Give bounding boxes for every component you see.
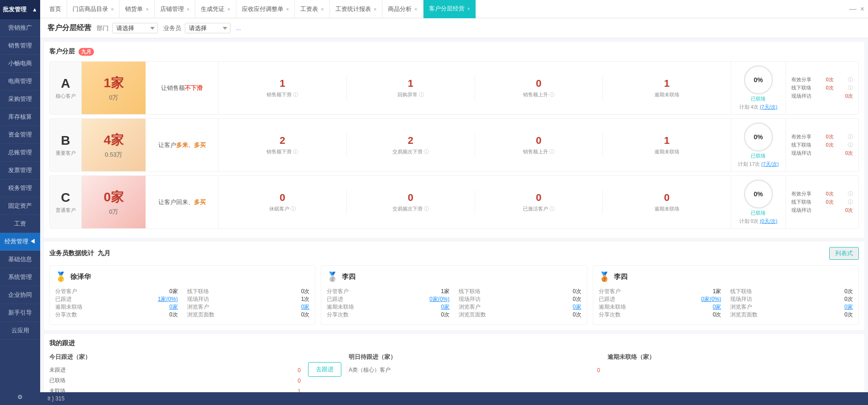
tier-a-stat-3[interactable]: 0 销售额上升 ⓘ [475,76,603,100]
tier-b-stat-4[interactable]: 1 逾期未联络 [603,133,731,157]
staff-card-1: 🥇 徐泽华 分管客户0家 已跟进1家(0%) 逾期未联络0家 分享次数0次 线下… [49,265,315,325]
list-view-button[interactable]: 列表式 [829,247,859,260]
bottom-bar: It } 315 [40,392,868,405]
tab-minimize-icon[interactable]: — [849,5,857,13]
tab-product-analysis[interactable]: 商品分析× [382,0,423,18]
tab-actions: — × [849,5,864,13]
followup-goto-btn-col: 去跟进 [308,353,341,377]
staff-3-name: 李四 [614,273,627,281]
tab-customer-tier[interactable]: 客户分层经营× [424,0,476,18]
sidebar-item-marketing[interactable]: 营销推广 [0,19,40,37]
sidebar-item-assets[interactable]: 固定资产 [0,197,40,215]
sidebar-item-cloud[interactable]: 云应用 [0,322,40,340]
tier-a-stat-4[interactable]: 1 逾期未联络 [603,76,731,100]
sidebar-item-inventory[interactable]: 库存核算 [0,108,40,126]
tier-a-stat-1[interactable]: 1 销售额下滑 ⓘ [219,76,347,100]
tier-c-stat-3[interactable]: 0 已激活客户 ⓘ [475,190,603,214]
sidebar-item-ecommerce-small[interactable]: 小畅电商 [0,55,40,73]
tab-close-voucher[interactable]: × [227,6,230,12]
tab-close-payroll-report[interactable]: × [374,6,376,12]
tab-voucher[interactable]: 生成凭证× [195,0,236,18]
page-title: 客户分层经营 [47,23,91,33]
tier-c-stat-4[interactable]: 0 逾期未联络 [603,190,731,214]
tier-a-stat-2[interactable]: 1 回购异常 ⓘ [347,76,475,100]
tier-b-stat-3[interactable]: 0 销售额上升 ⓘ [475,133,603,157]
staff-filter: 业务员 请选择 [163,23,230,33]
sidebar-title: 批发管理 [3,5,26,14]
sidebar-item-finance[interactable]: 资金管理 [0,126,40,144]
tier-c-stat-1[interactable]: 0 休眠客户 ⓘ [219,190,347,214]
sidebar-item-purchase[interactable]: 采购管理 [0,90,40,108]
sidebar-item-sales[interactable]: 销售管理 [0,37,40,55]
tier-c-label: C 普通客户 [50,176,82,228]
biz-month-badge: 九月 [98,249,110,258]
tab-close-sales-order[interactable]: × [146,6,148,12]
tab-store-mgmt[interactable]: 店铺管理× [155,0,195,18]
sidebar-collapse-icon[interactable]: ▲ [32,6,37,13]
staff-2-right-stats: 线下联络0次 现场拜访0次 浏览客户0家 浏览页面数0次 [459,288,581,319]
customer-tier-title: 客户分层 九月 [49,47,859,56]
tab-sales-order[interactable]: 销货单× [120,0,154,18]
tier-a-stats: 1 销售额下滑 ⓘ 1 回购异常 ⓘ 0 销售额上升 ⓘ 1 逾期未联络 [219,62,731,114]
tier-b-stats: 2 销售额下滑 ⓘ 2 交易频次下滑 ⓘ 0 销售额上升 ⓘ 1 逾期未联络 [219,119,731,171]
tab-ar-ap[interactable]: 应收应付调整单× [236,0,295,18]
staff-1-medal: 🥇 [55,271,67,282]
sidebar-header: 批发管理 ▲ [0,0,40,19]
tab-close-payroll-table[interactable]: × [321,6,324,12]
sidebar-item-basic-info[interactable]: 基础信息 [0,251,40,268]
tier-a-right-stats: 有效分享 0次 ⓘ 线下联络 0次 ⓘ 现场拜访 0次 [785,62,858,114]
tier-c-circle: 0% 已联络 计划 0次 (0天/次) [731,176,785,228]
sidebar-item-ledger[interactable]: 总账管理 [0,144,40,162]
dept-label: 部门 [97,24,109,32]
gear-icon: ⚙ [17,394,23,400]
sidebar-item-ecommerce[interactable]: 电商管理 [0,73,40,90]
more-filter-btn[interactable]: ... [236,25,241,32]
sidebar-item-invoice[interactable]: 发票管理 [0,162,40,179]
followup-section: 我的跟进 今日跟进（家） 未跟进 0 已联络 0 未联络 1 [44,334,864,392]
staff-2-medal: 🥈 [327,271,338,282]
sidebar-item-guide[interactable]: 新手引导 [0,304,40,322]
sidebar-item-payroll[interactable]: 工资 [0,215,40,233]
tab-close-store-mgmt[interactable]: × [187,6,189,12]
tab-bar: 首页 门店商品目录× 销货单× 店铺管理× 生成凭证× 应收应付调整单× 工资表… [40,0,868,18]
tab-store-products[interactable]: 门店商品目录× [67,0,120,18]
followup-today-col: 今日跟进（家） 未跟进 0 已联络 0 未联络 1 [49,353,301,392]
staff-2-stats: 分管客户1家 已跟进0家(0%) 逾期未联络0家 分享次数0次 线下联络0次 现… [327,288,581,319]
go-followup-button[interactable]: 去跟进 [308,362,341,377]
tier-b-stat-2[interactable]: 2 交易频次下滑 ⓘ [347,133,475,157]
followup-overdue-col: 逾期未联络（家） [607,353,859,365]
tier-a-main-stat[interactable]: 1家 0万 [82,62,146,114]
tier-b-main-stat[interactable]: 4家 0.53万 [82,119,146,171]
tier-c-main-stat[interactable]: 0家 0万 [82,176,146,228]
tier-b-stat-1[interactable]: 2 销售额下滑 ⓘ [219,133,347,157]
sidebar-item-cooperation[interactable]: 企业协同 [0,286,40,304]
tier-c-row: C 普通客户 0家 0万 让客户回来、多买 0 休眠客户 ⓘ 0 交易频次下滑 … [49,175,859,229]
sidebar-gear-button[interactable]: ⚙ [0,389,40,405]
tier-a-suggestion: 让销售额不下滑 [146,62,219,114]
sidebar-item-system[interactable]: 系统管理 [0,268,40,286]
tier-b-suggestion: 让客户多来、多买 [146,119,219,171]
followup-tomorrow-col: 明日待跟进（家） A类（核心）客户 0 [349,353,600,375]
tier-a-label: A 核心客户 [50,62,82,114]
customer-tier-section: 客户分层 九月 A 核心客户 1家 0万 让销售额不下滑 1 销售额下滑 ⓘ [44,42,864,238]
staff-select[interactable]: 请选择 [185,23,230,33]
sidebar-item-management[interactable]: 经营管理 ◀ [0,233,40,251]
staff-card-2: 🥈 李四 分管客户1家 已跟进0家(0%) 逾期未联络0家 分享次数0次 线下联… [321,265,587,325]
sidebar-item-tax[interactable]: 税务管理 [0,179,40,197]
tab-close-store-products[interactable]: × [111,6,114,12]
tab-home[interactable]: 首页 [44,0,67,18]
tier-b-right-stats: 有效分享 0次 ⓘ 线下联络 0次 ⓘ 现场拜访 0次 [785,119,858,171]
tab-close-customer-tier[interactable]: × [467,6,470,11]
page-header: 客户分层经营 部门 请选择 业务员 请选择 ... [40,18,868,38]
tab-payroll-table[interactable]: 工资表× [295,0,329,18]
biz-header: 业务员数据统计 九月 列表式 [49,247,859,260]
tier-c-right-stats: 有效分享 0次 ⓘ 线下联络 0次 ⓘ 现场拜访 0次 [785,176,858,228]
tier-c-stat-2[interactable]: 0 交易频次下滑 ⓘ [347,190,475,214]
bottom-bar-text: It } 315 [47,395,64,402]
tab-payroll-report[interactable]: 工资统计报表× [330,0,382,18]
tab-close-all-icon[interactable]: × [860,5,864,13]
tab-close-product-analysis[interactable]: × [414,6,417,12]
dept-select[interactable]: 请选择 [112,23,158,33]
tab-close-ar-ap[interactable]: × [286,6,289,12]
main-area: 首页 门店商品目录× 销货单× 店铺管理× 生成凭证× 应收应付调整单× 工资表… [40,0,868,405]
